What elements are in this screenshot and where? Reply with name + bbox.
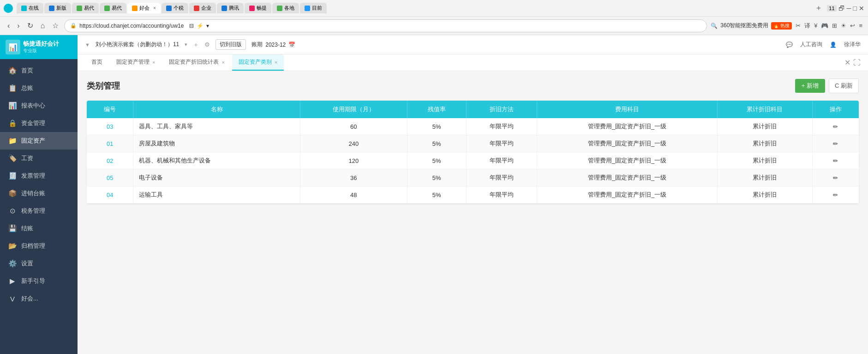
new-tab-button[interactable]: ＋ bbox=[812, 3, 825, 13]
sidebar-item-home[interactable]: 🏠 首页 bbox=[0, 62, 78, 79]
cell-1-0: 01 bbox=[87, 135, 133, 152]
browser-tab-0[interactable]: 在线 bbox=[17, 3, 43, 13]
sidebar-item-invoice[interactable]: 🧾 发票管理 bbox=[0, 167, 78, 185]
sidebar-nav: 🏠 首页 📋 总账 📊 报表中心 🔒 资金管理 📁 固定资产 🏷️ 工资 bbox=[0, 59, 78, 354]
home-icon: 🏠 bbox=[8, 66, 17, 75]
minimize-icon[interactable]: ─ bbox=[847, 5, 851, 12]
maximize-icon[interactable]: □ bbox=[853, 5, 857, 12]
currency-icon[interactable]: ¥ bbox=[814, 22, 817, 29]
browser-tab-5[interactable]: 个税 bbox=[162, 3, 188, 13]
bookmark-button[interactable]: ☆ bbox=[50, 20, 60, 31]
sidebar-item-fixed-assets[interactable]: 📁 固定资产 bbox=[0, 132, 78, 150]
table-row: 01房屋及建筑物2405%年限平均管理费用_固定资产折旧_一级累计折旧✏ bbox=[87, 135, 859, 152]
device-icon: ⊟ bbox=[189, 23, 194, 29]
edit-action-2[interactable]: ✏ bbox=[812, 152, 859, 169]
tab-favicon-6 bbox=[194, 6, 199, 11]
cell-0-6: 累计折旧 bbox=[717, 118, 812, 135]
logo-sub-text: 专业版 bbox=[23, 48, 59, 54]
sidebar-item-extra[interactable]: V 好会... bbox=[0, 290, 78, 307]
add-button[interactable]: + 新增 bbox=[795, 79, 825, 93]
service-label[interactable]: 人工咨询 bbox=[800, 41, 822, 48]
edit-action-0[interactable]: ✏ bbox=[812, 118, 859, 135]
tab-favicon-0 bbox=[21, 6, 27, 11]
sidebar-item-label-inventory: 进销台账 bbox=[21, 189, 45, 198]
sidebar-item-tutorial[interactable]: ▶ 新手引导 bbox=[0, 272, 78, 290]
edit-action-1[interactable]: ✏ bbox=[812, 135, 859, 152]
sidebar-item-closing[interactable]: 💾 结账 bbox=[0, 220, 78, 237]
sidebar-item-inventory[interactable]: 📦 进销台账 bbox=[0, 185, 78, 202]
address-bar[interactable]: 🔒 https://cloud.chanjet.com/accounting/u… bbox=[64, 19, 707, 32]
page-tab-close-3[interactable]: × bbox=[275, 60, 277, 65]
page-tab-fixed-asset-mgmt[interactable]: 固定资产管理 × bbox=[110, 54, 162, 71]
payroll-icon: 🏷️ bbox=[8, 154, 17, 162]
archive-icon: 📂 bbox=[8, 242, 17, 250]
browser-tab-6[interactable]: 企业 bbox=[189, 3, 216, 13]
reload-button[interactable]: ↻ bbox=[25, 20, 35, 31]
close-all-tabs-icon[interactable]: ✕ bbox=[844, 58, 850, 67]
sidebar-item-label-home: 首页 bbox=[21, 66, 33, 75]
tab-favicon-7 bbox=[221, 6, 227, 11]
browser-tab-8[interactable]: 畅提 bbox=[245, 3, 271, 13]
browser-tab-2[interactable]: 易代 bbox=[72, 3, 99, 13]
browser-tab-10[interactable]: 目前 bbox=[300, 3, 327, 13]
sidebar-item-funds[interactable]: 🔒 资金管理 bbox=[0, 114, 78, 132]
restore-icon[interactable]: 🗗 bbox=[838, 5, 845, 12]
page-tab-close-2[interactable]: × bbox=[221, 60, 224, 65]
sidebar-item-reports[interactable]: 📊 报表中心 bbox=[0, 97, 78, 114]
cell-0-3: 5% bbox=[407, 118, 466, 135]
page-tab-depreciation[interactable]: 固定资产折旧统计表 × bbox=[162, 54, 231, 71]
gear-icon[interactable]: ⚙ bbox=[204, 41, 210, 48]
menu-icon[interactable]: ≡ bbox=[859, 22, 862, 29]
tab-close-4[interactable]: × bbox=[153, 6, 156, 11]
logo-main-text: 畅捷通好会计 bbox=[23, 40, 59, 48]
sidebar-item-label-funds: 资金管理 bbox=[21, 119, 45, 127]
sidebar-item-settings[interactable]: ⚙️ 设置 bbox=[0, 255, 78, 272]
calendar-icon[interactable]: 📅 bbox=[288, 42, 295, 48]
dropdown-arrow-icon[interactable]: ▾ bbox=[206, 23, 209, 29]
sidebar-item-tax[interactable]: ⊙ 税务管理 bbox=[0, 202, 78, 220]
browser-tab-4[interactable]: 好会 × bbox=[127, 3, 161, 13]
browser-tab-7[interactable]: 腾讯 bbox=[217, 3, 244, 13]
dropdown-user-icon[interactable]: ▼ bbox=[85, 42, 90, 48]
tab-label-3: 易代 bbox=[112, 5, 122, 12]
browser-tab-3[interactable]: 易代 bbox=[100, 3, 126, 13]
cell-1-1: 房屋及建筑物 bbox=[133, 135, 300, 152]
browser-tab-1[interactable]: 新版 bbox=[44, 3, 71, 13]
col-header-residual: 残值率 bbox=[407, 101, 466, 118]
cut-icon[interactable]: ✂ bbox=[796, 22, 801, 29]
tab-label-2: 易代 bbox=[84, 5, 94, 12]
page-tab-category[interactable]: 固定资产类别 × bbox=[232, 54, 284, 71]
undo-icon[interactable]: ↩ bbox=[850, 22, 855, 29]
browser-tab-9[interactable]: 各地 bbox=[272, 3, 299, 13]
sidebar-item-ledger[interactable]: 📋 总账 bbox=[0, 79, 78, 97]
page-tab-close-1[interactable]: × bbox=[152, 60, 155, 65]
page-tab-home[interactable]: 首页 bbox=[85, 54, 109, 71]
plus-icon[interactable]: ＋ bbox=[193, 41, 199, 49]
back-button[interactable]: ‹ bbox=[6, 21, 12, 31]
tab-label-1: 新版 bbox=[56, 5, 66, 12]
brightness-icon[interactable]: ☀ bbox=[841, 22, 846, 29]
sidebar: 📊 畅捷通好会计 专业版 🏠 首页 📋 总账 📊 报表中心 🔒 资金管理 bbox=[0, 35, 78, 354]
edit-action-4[interactable]: ✏ bbox=[812, 186, 859, 204]
game-icon[interactable]: 🎮 bbox=[821, 22, 828, 29]
browser-tabs: 在线 新版 易代 易代 好会 × 个税 企业 腾讯 bbox=[17, 3, 810, 13]
translate-icon[interactable]: 译 bbox=[804, 22, 810, 30]
switch-to-old-button[interactable]: 切到旧版 bbox=[216, 39, 246, 50]
toolbar-icons: ✂ 译 ¥ 🎮 ⊞ ☀ ↩ ≡ bbox=[796, 22, 862, 30]
expand-icon[interactable]: ⛶ bbox=[853, 59, 861, 67]
close-window-icon[interactable]: ✕ bbox=[859, 5, 864, 12]
home-button[interactable]: ⌂ bbox=[39, 21, 47, 31]
sidebar-item-label-archive: 归档管理 bbox=[21, 242, 45, 250]
cell-4-4: 年限平均 bbox=[466, 186, 537, 204]
grid-icon[interactable]: ⊞ bbox=[832, 22, 837, 29]
sidebar-item-label-settings: 设置 bbox=[21, 259, 33, 268]
sidebar-item-payroll[interactable]: 🏷️ 工资 bbox=[0, 150, 78, 167]
edit-action-3[interactable]: ✏ bbox=[812, 169, 859, 186]
forward-button[interactable]: › bbox=[15, 21, 21, 31]
cell-4-0: 04 bbox=[87, 186, 133, 204]
cell-3-1: 电子设备 bbox=[133, 169, 300, 186]
sidebar-item-archive[interactable]: 📂 归档管理 bbox=[0, 237, 78, 255]
dropdown-arrow-user[interactable]: ▾ bbox=[185, 42, 187, 48]
refresh-button[interactable]: C 刷新 bbox=[829, 78, 859, 93]
header-username: 徐泽华 bbox=[844, 41, 861, 48]
